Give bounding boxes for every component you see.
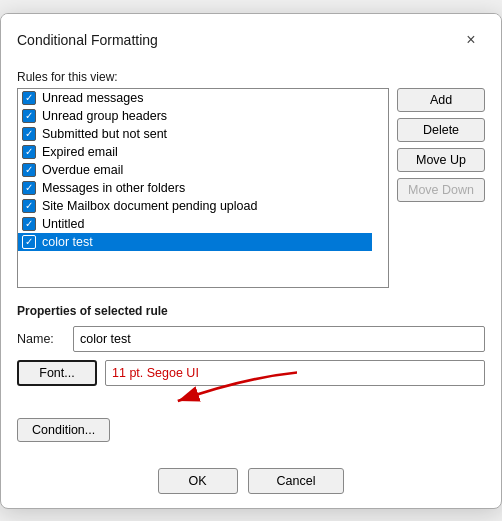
list-item-label: Unread messages: [42, 91, 143, 105]
side-buttons: Add Delete Move Up Move Down: [397, 88, 485, 288]
condition-row: Condition...: [17, 418, 485, 442]
list-item-label: Unread group headers: [42, 109, 167, 123]
move-down-button[interactable]: Move Down: [397, 178, 485, 202]
checkbox-icon: ✓: [22, 163, 36, 177]
list-item-label: Site Mailbox document pending upload: [42, 199, 257, 213]
list-item[interactable]: ✓Unread messages: [18, 89, 372, 107]
list-item[interactable]: ✓Unread group headers: [18, 107, 372, 125]
name-input[interactable]: [73, 326, 485, 352]
title-bar: Conditional Formatting ×: [1, 14, 501, 62]
name-row: Name:: [17, 326, 485, 352]
properties-section: Properties of selected rule Name: Font..…: [17, 300, 485, 442]
checkbox-icon: ✓: [22, 199, 36, 213]
name-label: Name:: [17, 332, 73, 346]
dialog-footer: OK Cancel: [1, 458, 501, 508]
checkbox-icon: ✓: [22, 145, 36, 159]
dialog-title: Conditional Formatting: [17, 32, 158, 48]
checkbox-icon: ✓: [22, 91, 36, 105]
list-item[interactable]: ✓Submitted but not sent: [18, 125, 372, 143]
list-item[interactable]: ✓Expired email: [18, 143, 372, 161]
list-item[interactable]: ✓Site Mailbox document pending upload: [18, 197, 372, 215]
checkbox-icon: ✓: [22, 235, 36, 249]
rules-list-container: ✓Unread messages✓Unread group headers✓Su…: [17, 88, 389, 288]
checkbox-icon: ✓: [22, 109, 36, 123]
condition-button[interactable]: Condition...: [17, 418, 110, 442]
add-button[interactable]: Add: [397, 88, 485, 112]
checkbox-icon: ✓: [22, 181, 36, 195]
dialog-body: Rules for this view: ✓Unread messages✓Un…: [1, 62, 501, 458]
close-button[interactable]: ×: [457, 26, 485, 54]
delete-button[interactable]: Delete: [397, 118, 485, 142]
move-up-button[interactable]: Move Up: [397, 148, 485, 172]
rules-list[interactable]: ✓Unread messages✓Unread group headers✓Su…: [18, 89, 388, 287]
cancel-button[interactable]: Cancel: [248, 468, 345, 494]
rules-section-label: Rules for this view:: [17, 70, 485, 84]
list-item[interactable]: ✓Overdue email: [18, 161, 372, 179]
properties-title: Properties of selected rule: [17, 304, 485, 318]
list-item[interactable]: ✓Messages in other folders: [18, 179, 372, 197]
checkbox-icon: ✓: [22, 217, 36, 231]
list-item-label: Expired email: [42, 145, 118, 159]
list-item-label: Overdue email: [42, 163, 123, 177]
list-item-label: color test: [42, 235, 93, 249]
list-item[interactable]: ✓color test: [18, 233, 372, 251]
list-item-label: Untitled: [42, 217, 84, 231]
arrow-area: [17, 394, 485, 414]
list-item[interactable]: ✓Untitled: [18, 215, 372, 233]
list-item-label: Messages in other folders: [42, 181, 185, 195]
list-item-label: Submitted but not sent: [42, 127, 167, 141]
ok-button[interactable]: OK: [158, 468, 238, 494]
red-arrow-icon: [37, 360, 297, 414]
rules-area: ✓Unread messages✓Unread group headers✓Su…: [17, 88, 485, 288]
conditional-formatting-dialog: Conditional Formatting × Rules for this …: [0, 13, 502, 509]
checkbox-icon: ✓: [22, 127, 36, 141]
